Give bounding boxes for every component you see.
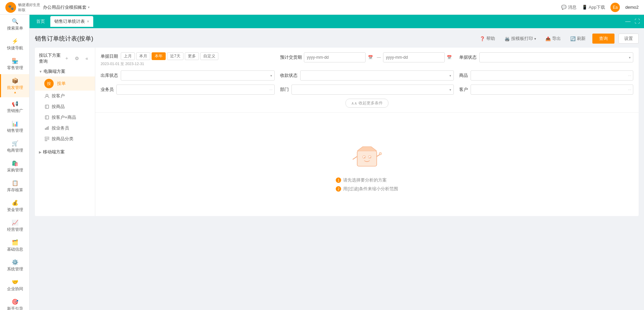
header-right: 💬 消息 📱 App下载 Ea demo2 bbox=[561, 3, 639, 12]
settings-gear-icon: ⚙ bbox=[75, 56, 79, 61]
quick-this-month[interactable]: 本月 bbox=[136, 52, 150, 60]
salesman-select[interactable] bbox=[116, 85, 275, 95]
active-circle-icon: 按 bbox=[44, 79, 54, 88]
collapse-up-icon: ∧∧ bbox=[351, 101, 357, 106]
sidebar-item-purchase[interactable]: 🛍️ 采购管理 bbox=[0, 157, 29, 176]
svg-point-16 bbox=[370, 157, 371, 158]
goods-select[interactable] bbox=[471, 70, 633, 81]
sidebar-item-enterprise[interactable]: 🤝 企业协同 bbox=[0, 275, 29, 295]
export-btn[interactable]: 📤 导出 bbox=[543, 34, 564, 43]
nav-item-by-product[interactable]: 按商品 bbox=[35, 101, 95, 112]
tab-home[interactable]: 首页 bbox=[32, 16, 49, 27]
tab-maximize-btn[interactable]: ⛶ bbox=[633, 17, 641, 26]
operations-label: 经营管理 bbox=[7, 227, 23, 232]
collapse-left-icon: « bbox=[86, 56, 88, 61]
header-left: 🐾 畅捷通好生意 标版 办公用品行业模拟账套 ▾ bbox=[5, 2, 90, 13]
collapse-label: 收起更多条件 bbox=[359, 100, 383, 106]
quick-this-year[interactable]: 本年 bbox=[152, 52, 166, 60]
expected-start-wrap: 📅 bbox=[304, 52, 375, 62]
pc-group-header[interactable]: ▼ 电脑端方案 bbox=[35, 66, 95, 76]
filter-row-2: 出库状态 ▾ 收款状态 ▾ bbox=[101, 70, 633, 81]
collection-status-select-wrap: ▾ bbox=[300, 70, 454, 81]
logo-line1: 畅捷通好生意 bbox=[18, 2, 40, 7]
settings-btn[interactable]: 设置 bbox=[619, 34, 639, 44]
left-nav-panel: 按以下方案查询 ＋ ⚙ « ▼ 电脑端方案 bbox=[35, 48, 95, 216]
date-label: 单据日期 bbox=[101, 53, 118, 59]
quick-last-month[interactable]: 上月 bbox=[121, 52, 135, 60]
sidebar-item-ecommerce[interactable]: 🛒 电商管理 bbox=[0, 137, 29, 157]
by-salesman-label: 按业务员 bbox=[52, 125, 69, 131]
refresh-icon: 🔄 bbox=[570, 36, 576, 41]
tip-2-num: 2 bbox=[336, 186, 341, 192]
sidebar-item-marketing[interactable]: 📢 营销推广 bbox=[0, 97, 29, 117]
sidebar-item-search[interactable]: 🔍 搜索菜单 bbox=[0, 15, 29, 35]
workspace-selector[interactable]: 办公用品行业模拟账套 ▾ bbox=[43, 4, 90, 10]
nav-item-by-category[interactable]: 按商品分类 bbox=[35, 134, 95, 144]
expected-date-start[interactable] bbox=[304, 52, 366, 62]
enterprise-label: 企业协同 bbox=[7, 286, 23, 292]
empty-state-tips: 1 请先选择要分析的方案 2 用[过滤]条件来缩小分析范围 bbox=[336, 177, 398, 195]
template-print-btn[interactable]: 🖨️ 按模板打印 bbox=[502, 34, 539, 43]
nav-settings-btn[interactable]: ⚙ bbox=[73, 54, 81, 62]
svg-rect-9 bbox=[45, 137, 49, 138]
expected-date-end[interactable] bbox=[383, 52, 445, 62]
sidebar-item-base[interactable]: 🗂️ 基础信息 bbox=[0, 236, 29, 256]
sidebar-item-retail[interactable]: 🏪 零售管理 bbox=[0, 54, 29, 74]
tip-1: 1 请先选择要分析的方案 bbox=[336, 177, 398, 183]
nav-item-by-cust-prod[interactable]: 按客户+商品 bbox=[35, 112, 95, 123]
refresh-btn[interactable]: 🔄 刷新 bbox=[568, 34, 588, 43]
doc-status-select[interactable] bbox=[479, 52, 633, 62]
sidebar-item-finance[interactable]: 💰 资金管理 bbox=[0, 196, 29, 216]
query-btn[interactable]: 查询 bbox=[592, 34, 614, 44]
svg-rect-3 bbox=[45, 116, 49, 119]
user-avatar[interactable]: Ea bbox=[610, 3, 620, 12]
nav-add-btn[interactable]: ＋ bbox=[63, 54, 71, 62]
sidebar-item-guide[interactable]: 🎯 新手引导 bbox=[0, 295, 29, 310]
mobile-group-header[interactable]: ▶ 移动端方案 bbox=[35, 147, 95, 157]
tab-minimize-btn[interactable]: — bbox=[624, 17, 632, 26]
ship-status-select-wrap: ▾ bbox=[121, 70, 275, 81]
salesman-select-wrap: ··· bbox=[116, 85, 275, 95]
sidebar-item-quick-nav[interactable]: ⚡ 快捷导航 bbox=[0, 35, 29, 54]
sidebar-item-sales[interactable]: 📊 销售管理 bbox=[0, 117, 29, 137]
collection-status-select[interactable] bbox=[300, 70, 454, 81]
by-salesman-icon bbox=[44, 125, 50, 131]
filter-row-3: 业务员 ··· 部门 ▾ bbox=[101, 85, 633, 95]
nav-item-by-salesman[interactable]: 按业务员 bbox=[35, 123, 95, 134]
goods-group: 商品 ··· bbox=[459, 70, 633, 81]
customer-select[interactable] bbox=[471, 85, 633, 95]
quick-last-7[interactable]: 近7天 bbox=[167, 52, 183, 60]
sidebar-item-system[interactable]: ⚙️ 系统管理 bbox=[0, 256, 29, 275]
dept-select[interactable] bbox=[291, 85, 454, 95]
ship-status-select[interactable] bbox=[121, 70, 275, 81]
guide-label: 新手引导 bbox=[7, 306, 23, 310]
tab-bar-actions: — ⛶ bbox=[624, 17, 641, 26]
tab-current[interactable]: 销售订单统计表 × bbox=[50, 16, 93, 27]
empty-state: 1 请先选择要分析的方案 2 用[过滤]条件来缩小分析范围 bbox=[95, 115, 639, 216]
app-download-btn[interactable]: 📱 App下载 bbox=[582, 4, 605, 10]
svg-point-0 bbox=[46, 94, 48, 96]
nav-collapse-btn[interactable]: « bbox=[83, 54, 91, 62]
collapse-btn[interactable]: ∧∧ 收起更多条件 bbox=[345, 99, 388, 108]
nav-item-by-customer[interactable]: 按客户 bbox=[35, 91, 95, 101]
sidebar-item-wholesale[interactable]: 📦 批发管理 ▲ bbox=[0, 74, 29, 97]
svg-rect-11 bbox=[45, 140, 47, 141]
nav-title: 按以下方案查询 bbox=[39, 52, 61, 64]
sidebar-search-label: 搜索菜单 bbox=[7, 25, 23, 31]
salesman-label: 业务员 bbox=[101, 87, 114, 93]
nav-item-by-order[interactable]: 按 按单 bbox=[35, 76, 95, 91]
quick-more[interactable]: 更多 bbox=[185, 52, 199, 60]
help-btn[interactable]: ❓ 帮助 bbox=[477, 34, 498, 43]
sidebar-item-inventory[interactable]: 📋 库存核算 bbox=[0, 176, 29, 196]
svg-rect-7 bbox=[47, 127, 48, 130]
base-label: 基础信息 bbox=[7, 247, 23, 252]
quick-custom[interactable]: 自定义 bbox=[200, 52, 218, 60]
user-name[interactable]: demo2 bbox=[625, 5, 639, 10]
top-header: 🐾 畅捷通好生意 标版 办公用品行业模拟账套 ▾ 💬 消息 📱 App下载 Ea… bbox=[0, 0, 644, 15]
purchase-label: 采购管理 bbox=[7, 167, 23, 173]
tab-close-btn[interactable]: × bbox=[87, 19, 89, 24]
svg-point-19 bbox=[379, 153, 382, 155]
sidebar-item-operations[interactable]: 📈 经营管理 bbox=[0, 216, 29, 236]
workspace-name: 办公用品行业模拟账套 bbox=[43, 4, 87, 10]
message-btn[interactable]: 💬 消息 bbox=[561, 4, 577, 10]
